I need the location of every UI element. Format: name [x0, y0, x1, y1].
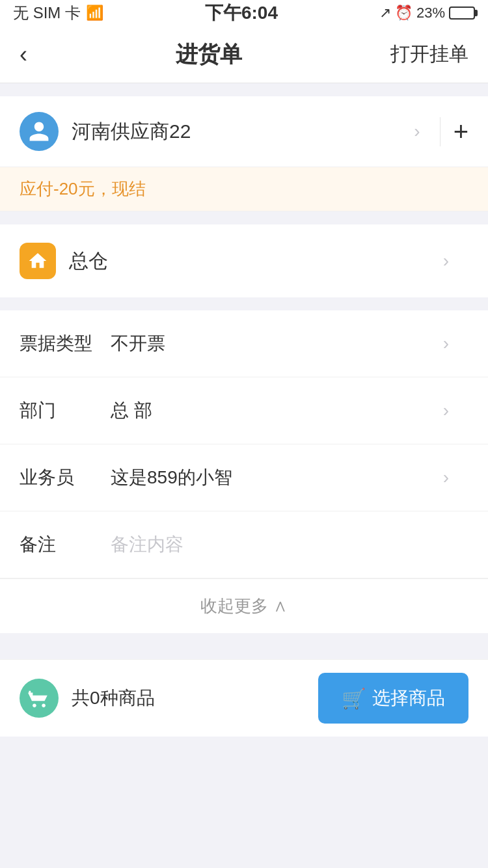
sim-label: 无 SIM 卡	[13, 3, 81, 23]
invoice-type-label: 票据类型	[20, 331, 111, 356]
department-row[interactable]: 部门 总 部 ›	[0, 377, 488, 444]
warehouse-name: 总仓	[69, 248, 443, 275]
cart-icon	[28, 687, 50, 709]
remark-input[interactable]: 备注内容	[111, 532, 468, 557]
add-supplier-button[interactable]: +	[440, 117, 468, 146]
section-gap-3	[0, 633, 488, 646]
notice-text: 应付-20元，现结	[20, 179, 146, 198]
bottom-bar: 共0种商品 🛒 选择商品	[0, 659, 488, 737]
status-right: ↗ ⏰ 23%	[379, 5, 475, 21]
salesperson-label: 业务员	[20, 465, 111, 490]
supplier-row[interactable]: 河南供应商22 › +	[0, 96, 488, 167]
page-title: 进货单	[176, 40, 242, 70]
warehouse-icon-bg	[20, 243, 56, 279]
department-label: 部门	[20, 398, 111, 423]
collapse-bar[interactable]: 收起更多 ∧	[0, 578, 488, 633]
salesperson-value: 这是859的小智	[111, 465, 443, 490]
collapse-label: 收起更多 ∧	[200, 595, 287, 617]
remark-row[interactable]: 备注 备注内容	[0, 511, 488, 578]
user-icon	[27, 120, 51, 143]
product-count: 共0种商品	[72, 686, 318, 711]
remark-label: 备注	[20, 532, 111, 557]
select-product-icon: 🛒	[342, 687, 366, 710]
status-bar: 无 SIM 卡 📶 下午6:04 ↗ ⏰ 23%	[0, 0, 488, 26]
location-icon: ↗	[379, 5, 391, 21]
warehouse-section[interactable]: 总仓 ›	[0, 224, 488, 297]
warehouse-icon	[27, 251, 48, 271]
select-product-button[interactable]: 🛒 选择商品	[318, 673, 468, 724]
invoice-type-value: 不开票	[111, 331, 443, 356]
battery-icon	[449, 7, 475, 20]
notice-bar: 应付-20元，现结	[0, 167, 488, 211]
status-left: 无 SIM 卡 📶	[13, 3, 103, 23]
warehouse-row[interactable]: 总仓 ›	[0, 224, 488, 297]
form-section: 票据类型 不开票 › 部门 总 部 › 业务员 这是859的小智 › 备注 备注…	[0, 310, 488, 633]
open-pending-button[interactable]: 打开挂单	[390, 41, 468, 68]
supplier-name: 河南供应商22	[72, 118, 414, 145]
salesperson-chevron-icon: ›	[443, 467, 449, 488]
invoice-type-row[interactable]: 票据类型 不开票 ›	[0, 310, 488, 377]
status-time: 下午6:04	[205, 1, 278, 25]
battery-percentage: 23%	[416, 5, 445, 21]
supplier-section: 河南供应商22 › + 应付-20元，现结	[0, 96, 488, 211]
supplier-chevron-icon: ›	[414, 121, 420, 142]
select-product-label: 选择商品	[372, 686, 445, 711]
product-icon-bg	[20, 679, 59, 718]
invoice-type-chevron-icon: ›	[443, 333, 449, 354]
salesperson-row[interactable]: 业务员 这是859的小智 ›	[0, 444, 488, 511]
supplier-avatar	[20, 112, 59, 151]
department-value: 总 部	[111, 398, 443, 423]
department-chevron-icon: ›	[443, 400, 449, 421]
back-button[interactable]: ‹	[20, 41, 27, 68]
warehouse-chevron-icon: ›	[443, 251, 449, 271]
section-gap-2	[0, 211, 488, 224]
alarm-icon: ⏰	[395, 5, 413, 21]
nav-bar: ‹ 进货单 打开挂单	[0, 26, 488, 83]
section-gap-1	[0, 83, 488, 96]
wifi-icon: 📶	[86, 5, 103, 21]
